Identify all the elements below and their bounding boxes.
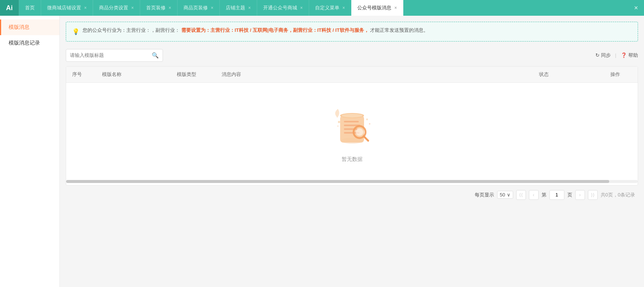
tab-shop-theme[interactable]: 店铺主题 × bbox=[220, 0, 257, 16]
page-size-label: 每页显示 bbox=[475, 192, 494, 198]
tab-template-msg[interactable]: 公众号模版消息 × bbox=[351, 0, 403, 16]
empty-state: 暂无数据 bbox=[66, 83, 638, 178]
empty-illustration bbox=[330, 105, 375, 150]
close-tab-custom-menu[interactable]: × bbox=[342, 5, 345, 10]
notice-box: 💡 您的公众号行业为：主营行业：，副营行业： 需要设置为：主营行业：IT科技 /… bbox=[66, 22, 638, 42]
content-area: 💡 您的公众号行业为：主营行业：，副营行业： 需要设置为：主营行业：IT科技 /… bbox=[60, 16, 644, 287]
help-button[interactable]: ❓ 帮助 bbox=[621, 52, 638, 59]
search-icon[interactable]: 🔍 bbox=[152, 52, 159, 59]
pagination: 每页显示 50 ∨ ⟨⟨ ‹ 第 页 › ⟩⟩ 共0页，0条记录 bbox=[66, 186, 638, 201]
page-number-input[interactable] bbox=[549, 190, 564, 200]
search-bar: 🔍 ↻ 同步 | ❓ 帮助 bbox=[66, 49, 638, 62]
sidebar-item-template-msg[interactable]: 模版消息 bbox=[0, 19, 59, 35]
col-action: 操作 bbox=[593, 67, 638, 82]
svg-point-12 bbox=[337, 125, 339, 127]
tab-custom-menu[interactable]: 自定义菜单 × bbox=[309, 0, 351, 16]
tab-shop-settings[interactable]: 微商城店铺设置 × bbox=[41, 0, 93, 16]
sidebar-item-template-msg-log[interactable]: 模版消息记录 bbox=[0, 35, 59, 51]
close-all-tabs[interactable]: × bbox=[628, 4, 644, 12]
last-page-button[interactable]: ⟩⟩ bbox=[588, 190, 598, 200]
sync-icon: ↻ bbox=[595, 52, 600, 58]
tab-product-decor[interactable]: 商品页装修 × bbox=[178, 0, 220, 16]
tab-open-mall[interactable]: 开通公众号商城 × bbox=[257, 0, 309, 16]
app-logo: Ai bbox=[0, 0, 19, 16]
search-input[interactable] bbox=[70, 52, 152, 58]
close-tab-shop-settings[interactable]: × bbox=[84, 5, 87, 10]
help-icon: ❓ bbox=[621, 52, 627, 58]
col-type: 模版类型 bbox=[171, 67, 216, 82]
notice-text-after: 才能正常发送预置的消息。 bbox=[370, 27, 428, 33]
search-actions: ↻ 同步 | ❓ 帮助 bbox=[595, 52, 638, 59]
main-layout: 模版消息 模版消息记录 💡 您的公众号行业为：主营行业：，副营行业： 需要设置为… bbox=[0, 16, 644, 287]
chevron-down-icon: ∨ bbox=[507, 192, 511, 198]
tab-category-settings[interactable]: 商品分类设置 × bbox=[93, 0, 140, 16]
close-tab-product-decor[interactable]: × bbox=[211, 5, 213, 10]
page-unit-label: 页 bbox=[567, 192, 572, 198]
tab-home[interactable]: 首页 bbox=[19, 0, 41, 16]
divider: | bbox=[615, 52, 616, 58]
col-seq: 序号 bbox=[66, 67, 96, 82]
col-status: 状态 bbox=[533, 67, 593, 82]
col-content: 消息内容 bbox=[216, 67, 533, 82]
empty-text: 暂无数据 bbox=[342, 156, 363, 163]
first-page-button[interactable]: ⟨⟨ bbox=[516, 190, 526, 200]
table-wrap: 序号 模版名称 模版类型 消息内容 状态 操作 bbox=[66, 66, 638, 186]
notice-text-before: 您的公众号行业为：主营行业：，副营行业： bbox=[83, 27, 180, 33]
next-page-button[interactable]: › bbox=[575, 190, 585, 200]
svg-point-13 bbox=[366, 118, 368, 120]
scroll-thumb[interactable] bbox=[66, 180, 609, 183]
notice-highlight: 需要设置为：主营行业：IT科技 / 互联网|电子商务，副营行业：IT科技 / I… bbox=[181, 27, 369, 33]
close-tab-template-msg[interactable]: × bbox=[394, 5, 397, 10]
page-total-text: 共0页，0条记录 bbox=[601, 192, 635, 198]
notice-icon: 💡 bbox=[72, 27, 80, 37]
page-label-di: 第 bbox=[542, 192, 546, 198]
scroll-track[interactable] bbox=[66, 180, 638, 183]
tab-bar: Ai 首页 微商城店铺设置 × 商品分类设置 × 首页装修 × 商品页装修 × … bbox=[0, 0, 644, 16]
close-tab-home-decor[interactable]: × bbox=[169, 5, 171, 10]
close-tab-shop-theme[interactable]: × bbox=[248, 5, 251, 10]
page-size-select[interactable]: 50 ∨ bbox=[497, 191, 513, 199]
prev-page-button[interactable]: ‹ bbox=[529, 190, 539, 200]
svg-line-10 bbox=[364, 136, 368, 141]
svg-point-14 bbox=[369, 123, 370, 125]
table-header: 序号 模版名称 模版类型 消息内容 状态 操作 bbox=[66, 67, 638, 83]
svg-rect-2 bbox=[344, 121, 359, 122]
col-name: 模版名称 bbox=[96, 67, 171, 82]
search-input-wrap: 🔍 bbox=[66, 49, 163, 62]
svg-point-9 bbox=[356, 128, 363, 136]
close-tab-open-mall[interactable]: × bbox=[300, 5, 303, 10]
svg-point-7 bbox=[342, 114, 363, 117]
tab-home-decor[interactable]: 首页装修 × bbox=[140, 0, 178, 16]
page-size-value: 50 bbox=[500, 192, 505, 198]
close-tab-category-settings[interactable]: × bbox=[131, 5, 134, 10]
sidebar: 模版消息 模版消息记录 bbox=[0, 16, 60, 287]
sync-button[interactable]: ↻ 同步 bbox=[595, 52, 611, 59]
svg-point-11 bbox=[338, 121, 340, 123]
